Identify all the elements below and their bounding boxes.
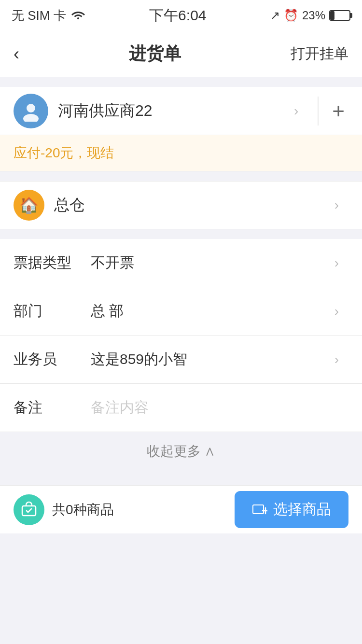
supplier-chevron-icon: › [294, 103, 298, 119]
select-product-label: 选择商品 [273, 500, 331, 519]
salesman-chevron-icon: › [334, 352, 339, 367]
salesman-label: 业务员 [14, 350, 81, 369]
svg-point-0 [27, 104, 35, 112]
supplier-divider [318, 97, 319, 126]
gap-3 [0, 229, 362, 239]
status-left: 无 SIM 卡 [12, 7, 85, 24]
bottom-bar: 共0种商品 选择商品 [0, 485, 362, 533]
invoice-label: 票据类型 [14, 253, 81, 273]
svg-rect-3 [253, 505, 264, 514]
supplier-name: 河南供应商22 [58, 100, 294, 122]
warehouse-chevron-icon: › [334, 197, 339, 213]
collapse-button[interactable]: 收起更多 ∧ [0, 432, 362, 471]
open-pending-button[interactable]: 打开挂单 [291, 44, 348, 64]
warehouse-name: 总仓 [54, 195, 334, 216]
warehouse-row[interactable]: 🏠 总仓 › [0, 181, 362, 229]
supplier-avatar [14, 94, 48, 128]
status-bar: 无 SIM 卡 下午6:04 ↗ ⏰ 23% [0, 0, 362, 31]
select-product-button[interactable]: 选择商品 [235, 491, 348, 528]
salesman-row[interactable]: 业务员 这是859的小智 › [0, 336, 362, 384]
collapse-label: 收起更多 ∧ [147, 442, 216, 461]
page-title: 进货单 [129, 42, 181, 66]
gap-4 [0, 471, 362, 485]
remark-label: 备注 [14, 398, 81, 418]
battery-icon [329, 10, 350, 21]
product-icon [14, 494, 44, 525]
notice-banner: 应付-20元，现结 [0, 135, 362, 171]
department-value: 总 部 [81, 301, 334, 321]
back-button[interactable]: ‹ [14, 44, 19, 64]
product-count: 共0种商品 [52, 501, 235, 519]
remark-input[interactable]: 备注内容 [81, 398, 348, 418]
status-time: 下午6:04 [149, 6, 206, 26]
notice-text: 应付-20元，现结 [14, 145, 114, 160]
warehouse-icon: 🏠 [14, 190, 44, 221]
alarm-icon: ⏰ [284, 9, 298, 22]
gap-1 [0, 77, 362, 87]
page-background [0, 533, 362, 644]
department-chevron-icon: › [334, 304, 339, 319]
wifi-icon [71, 9, 85, 22]
nav-bar: ‹ 进货单 打开挂单 [0, 31, 362, 77]
add-supplier-button[interactable]: + [328, 99, 348, 123]
gap-2 [0, 171, 362, 181]
salesman-value: 这是859的小智 [81, 350, 334, 369]
supplier-row[interactable]: 河南供应商22 › + [0, 87, 362, 135]
invoice-value: 不开票 [81, 253, 334, 273]
department-row[interactable]: 部门 总 部 › [0, 287, 362, 336]
battery-text: 23% [302, 9, 325, 22]
remark-row[interactable]: 备注 备注内容 [0, 384, 362, 432]
invoice-type-row[interactable]: 票据类型 不开票 › [0, 239, 362, 287]
invoice-chevron-icon: › [334, 255, 339, 271]
status-right: ↗ ⏰ 23% [270, 9, 350, 22]
department-label: 部门 [14, 301, 81, 321]
carrier-text: 无 SIM 卡 [12, 7, 66, 24]
location-icon: ↗ [270, 9, 280, 22]
svg-point-1 [23, 114, 39, 122]
